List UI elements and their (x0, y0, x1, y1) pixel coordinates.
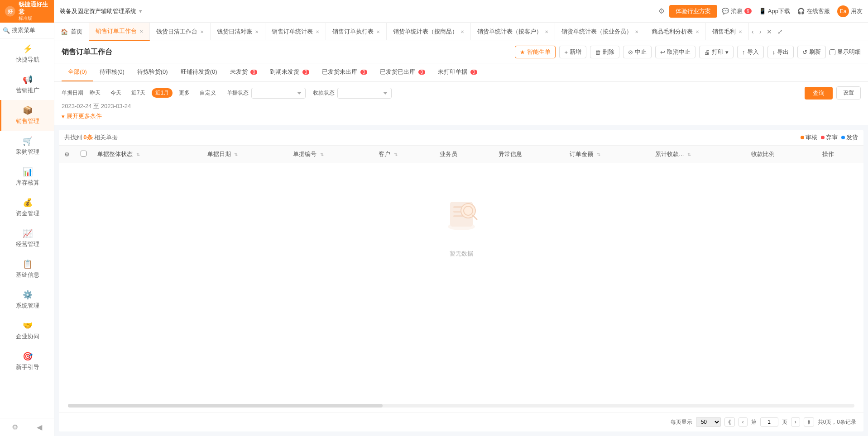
tab-sales-summary-product-close[interactable]: ✕ (460, 29, 464, 34)
sub-tab-wangpu-ship[interactable]: 旺铺待发货(0) (174, 63, 224, 81)
tab-sales-workbench-close[interactable]: ✕ (139, 29, 143, 34)
date-btn-7days[interactable]: 近7天 (128, 88, 149, 98)
date-btn-today[interactable]: 今天 (107, 88, 125, 98)
page-last-btn[interactable]: ⟫ (804, 417, 814, 427)
tab-cash-clear-close[interactable]: ✕ (200, 29, 204, 34)
date-btn-1month[interactable]: 近1月 (152, 88, 173, 98)
tab-sales-summary-product[interactable]: 销货单统计表（按商品） ✕ (387, 23, 471, 40)
tab-sales-summary-staff-close[interactable]: ✕ (635, 29, 638, 34)
date-btn-yesterday[interactable]: 昨天 (86, 88, 104, 98)
date-sort-icon[interactable]: ⇅ (234, 152, 238, 157)
query-btn[interactable]: 查询 (805, 87, 833, 100)
page-first-btn[interactable]: ⟪ (724, 417, 735, 427)
tab-sales-stats[interactable]: 销售订单统计表 ✕ (265, 23, 326, 40)
delete-btn[interactable]: 🗑 删除 (590, 46, 619, 58)
user-menu-btn[interactable]: Ea 用友 (837, 5, 863, 17)
message-btn[interactable]: 💬 消息 6 (722, 7, 752, 15)
sidebar-item-sales[interactable]: 📦 销售管理 (0, 100, 54, 131)
add-btn[interactable]: + 新增 (559, 46, 586, 58)
page-number-input[interactable] (760, 417, 778, 427)
sidebar-item-quick-nav[interactable]: ⚡ 快捷导航 (0, 38, 54, 69)
tab-sales-more[interactable]: 销售毛利 ✕ (706, 23, 749, 40)
sidebar-item-inventory[interactable]: 📊 库存核算 (0, 161, 54, 192)
tab-sales-workbench[interactable]: 销售订单工作台 ✕ (89, 23, 150, 41)
scroll-track (68, 404, 854, 408)
set-btn[interactable]: 设置 (836, 86, 861, 100)
topbar-right: 💬 消息 6 📱 App下载 🎧 在线客服 Ea 用友 (722, 5, 863, 17)
expand-filter-btn[interactable]: ▾ 展开更多条件 (62, 112, 861, 120)
sub-tab-overdue-unshipped[interactable]: 到期未发货 0 (264, 63, 316, 81)
tab-sales-stats-close[interactable]: ✕ (316, 29, 319, 34)
page-prev-btn[interactable]: ‹ (739, 417, 748, 427)
app-download-btn[interactable]: 📱 App下载 (759, 7, 790, 15)
tab-sales-summary-customer[interactable]: 销货单统计表（按客户） ✕ (471, 23, 555, 40)
reject-btn[interactable]: 弃审 (821, 133, 838, 142)
show-detail-checkbox[interactable] (830, 49, 835, 55)
amount-sort-icon[interactable]: ⇅ (597, 152, 600, 157)
export-btn[interactable]: ↓ 导出 (767, 46, 794, 58)
customer-sort-icon[interactable]: ⇅ (394, 152, 398, 157)
tab-sales-summary-staff[interactable]: 销货单统计表（按业务员） ✕ (555, 23, 645, 40)
sidebar-item-operations[interactable]: 📈 经营管理 (0, 223, 54, 254)
import-btn[interactable]: ↑ 导入 (737, 46, 764, 58)
tab-scroll-left[interactable]: ‹ (749, 24, 757, 39)
tab-cash-reconcile-close[interactable]: ✕ (255, 29, 259, 34)
sidebar-item-finance[interactable]: 💰 资金管理 (0, 192, 54, 223)
sub-tab-shipped-out[interactable]: 已发货已出库 0 (374, 63, 432, 81)
number-sort-icon[interactable]: ⇅ (320, 152, 324, 157)
sidebar-collapse-btn[interactable]: ◀ (37, 423, 42, 431)
sidebar-item-guide[interactable]: 🎯 新手引导 (0, 346, 54, 377)
select-all-checkbox[interactable] (81, 151, 86, 156)
tab-gross-profit[interactable]: 商品毛利分析表 ✕ (645, 23, 706, 40)
audit-btn[interactable]: 审核 (801, 133, 817, 142)
table-scroll[interactable]: ⚙ 单据整体状态 ⇅ 单据日期 ⇅ (59, 146, 863, 402)
refresh-btn[interactable]: ↺ 刷新 (797, 46, 826, 58)
tab-sales-exec-close[interactable]: ✕ (376, 29, 380, 34)
tab-scroll-right[interactable]: › (757, 24, 764, 39)
sidebar-item-enterprise[interactable]: 🤝 企业协同 (0, 315, 54, 346)
tab-sales-summary-customer-close[interactable]: ✕ (545, 29, 548, 34)
date-btn-more[interactable]: 更多 (175, 88, 193, 98)
status-select[interactable] (251, 88, 306, 99)
smart-create-btn[interactable]: ★ 智能生单 (515, 46, 556, 58)
sidebar-item-purchase[interactable]: 🛒 采购管理 (0, 131, 54, 161)
sidebar-item-system[interactable]: ⚙️ 系统管理 (0, 284, 54, 315)
cancel-stop-btn[interactable]: ↩ 取消中止 (655, 46, 695, 58)
tab-sales-more-close[interactable]: ✕ (739, 29, 742, 34)
sidebar-settings-btn[interactable]: ⚙ (12, 423, 18, 431)
sub-tab-unprinted[interactable]: 未打印单据 0 (432, 63, 484, 81)
sub-tab-pending-check[interactable]: 待拣验货(0) (131, 63, 174, 81)
settings-icon[interactable]: ⚙ (658, 7, 665, 15)
ship-btn[interactable]: 发货 (841, 133, 858, 142)
cumulative-sort-icon[interactable]: ⇅ (687, 152, 691, 157)
sub-tab-unshipped[interactable]: 未发货 0 (224, 63, 264, 81)
tab-cash-reconcile[interactable]: 钱货日清对账 ✕ (211, 23, 265, 40)
tab-home[interactable]: 🏠 首页 (54, 23, 89, 40)
horizontal-scroll[interactable] (59, 402, 863, 412)
expand-arrow-icon[interactable]: ▾ (139, 8, 142, 14)
date-btn-custom[interactable]: 自定义 (196, 88, 220, 98)
online-service-btn[interactable]: 🎧 在线客服 (797, 7, 830, 15)
sidebar-item-marketing[interactable]: 📢 营销推广 (0, 69, 54, 100)
tab-gross-profit-close[interactable]: ✕ (695, 29, 699, 34)
sub-tab-shipped-unout-label: 已发货未出库 (322, 68, 357, 75)
sub-tab-shipped-unout[interactable]: 已发货未出库 0 (316, 63, 374, 81)
tab-sales-exec[interactable]: 销售订单执行表 ✕ (326, 23, 387, 40)
page-next-btn[interactable]: › (791, 417, 800, 427)
industry-btn[interactable]: 体验行业方案 (669, 5, 717, 18)
message-badge: 6 (744, 8, 752, 14)
sub-tab-pending[interactable]: 待审核(0) (93, 63, 131, 81)
print-btn[interactable]: 🖨 打印 ▾ (699, 46, 734, 58)
tab-expand[interactable]: ⤢ (775, 24, 786, 39)
cancel-stop-icon: ↩ (660, 49, 665, 56)
page-size-select[interactable]: 50 100 200 (696, 417, 721, 427)
status-sort-icon[interactable]: ⇅ (136, 152, 140, 157)
payment-select[interactable] (337, 88, 392, 99)
stop-btn[interactable]: ⊘ 中止 (623, 46, 652, 58)
settings-icon[interactable]: ⚙ (64, 151, 70, 158)
tab-close-all[interactable]: ✕ (764, 24, 775, 39)
sidebar-item-basic[interactable]: 📋 基础信息 (0, 254, 54, 284)
tab-cash-clear[interactable]: 钱货日清工作台 ✕ (150, 23, 211, 40)
sidebar-item-search[interactable]: 🔍 搜索菜单 (0, 23, 54, 38)
sub-tab-all[interactable]: 全部(0) (62, 63, 93, 81)
